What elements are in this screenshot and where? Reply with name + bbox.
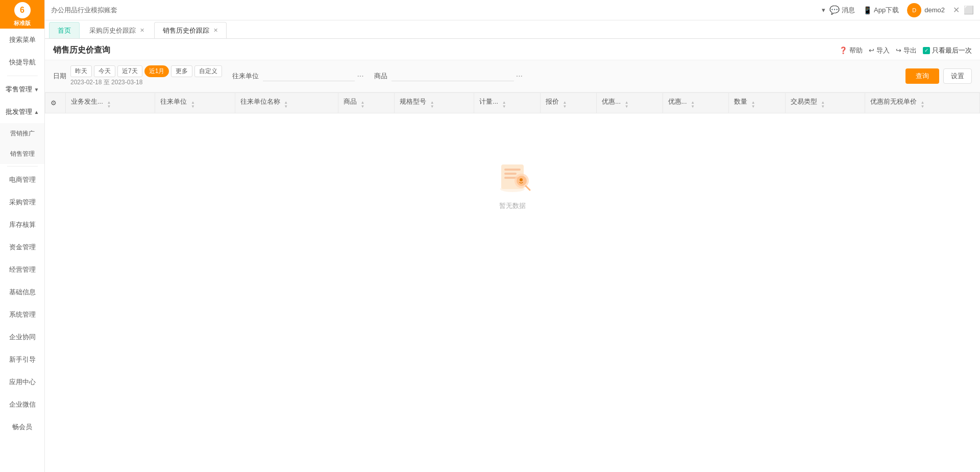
sort-quantity: ▲▼: [751, 101, 755, 109]
sort-spec: ▲▼: [430, 101, 434, 109]
tab-bar: 首页 采购历史价跟踪 ✕ 销售历史价跟踪 ✕: [45, 20, 980, 39]
sidebar-item-quick-nav[interactable]: 快捷导航: [0, 51, 45, 74]
table-head: ⚙ 业务发生... ▲▼ 往来单位 ▲▼ 往来单位名称 ▲▼: [45, 93, 980, 113]
partner-dots[interactable]: ···: [357, 72, 363, 81]
settings-button[interactable]: 设置: [943, 68, 972, 84]
page-title: 销售历史价查询: [53, 45, 110, 56]
date-btn-custom[interactable]: 自定义: [194, 65, 222, 77]
topbar-title: 办公用品行业模拟账套: [51, 6, 818, 15]
export-btn[interactable]: ↪ 导出: [896, 46, 917, 55]
divider2: [7, 166, 38, 167]
col-settings: ⚙: [45, 93, 66, 113]
user-avatar: D: [907, 3, 921, 17]
col-discount2[interactable]: 优惠... ▲▼: [663, 93, 729, 113]
empty-icon: [492, 154, 533, 195]
col-spec[interactable]: 规格型号 ▲▼: [395, 93, 474, 113]
filter-action-buttons: 查询 设置: [905, 68, 972, 84]
window-controls: ✕ ⬜: [953, 5, 974, 15]
partner-filter-group: 往来单位 ···: [232, 71, 363, 81]
col-partner-code[interactable]: 往来单位 ▲▼: [155, 93, 235, 113]
sidebar-item-purchase-mgmt[interactable]: 采购管理: [0, 191, 45, 214]
data-table: ⚙ 业务发生... ▲▼ 往来单位 ▲▼ 往来单位名称 ▲▼: [45, 92, 980, 113]
col-biz-date[interactable]: 业务发生... ▲▼: [66, 93, 155, 113]
sort-discount1: ▲▼: [625, 101, 629, 109]
dropdown-icon[interactable]: ▾: [822, 6, 825, 14]
tab-home[interactable]: 首页: [49, 22, 80, 38]
sidebar-item-inventory[interactable]: 库存核算: [0, 214, 45, 236]
logo-icon: 6: [14, 2, 31, 18]
sidebar-item-sys-mgmt[interactable]: 系统管理: [0, 303, 45, 326]
message-btn[interactable]: 💬 消息: [829, 5, 855, 15]
sort-partner-name: ▲▼: [284, 101, 288, 109]
col-quantity[interactable]: 数量 ▲▼: [729, 93, 785, 113]
col-unit[interactable]: 计量... ▲▼: [474, 93, 541, 113]
user-menu[interactable]: D demo2: [907, 3, 945, 17]
goods-input[interactable]: [391, 71, 514, 81]
page-content: 销售历史价查询 ❓ 帮助 ↩ 导入 ↪ 导出 ✓ 只: [45, 39, 980, 472]
col-goods[interactable]: 商品 ▲▼: [338, 93, 394, 113]
app-download-btn[interactable]: 📱 App下载: [863, 6, 899, 15]
tab-sales-history-close[interactable]: ✕: [213, 27, 218, 34]
sidebar: 6 标准版 搜索菜单 快捷导航 零售管理 ▼ 批发管理 ▲ 营销推广 销售管理 …: [0, 0, 45, 472]
help-btn[interactable]: ❓ 帮助: [839, 46, 863, 55]
page-header-actions: ❓ 帮助 ↩ 导入 ↪ 导出 ✓ 只看最后一次: [839, 46, 972, 55]
date-btn-more[interactable]: 更多: [171, 65, 192, 77]
sidebar-item-retail-mgmt[interactable]: 零售管理 ▼: [0, 78, 45, 101]
topbar-actions: 💬 消息 📱 App下载 D demo2: [829, 3, 945, 17]
col-discount1[interactable]: 优惠... ▲▼: [597, 93, 663, 113]
sidebar-item-marketing[interactable]: 营销推广: [0, 123, 45, 144]
date-btn-yesterday[interactable]: 昨天: [70, 65, 92, 77]
only-last-checkbox[interactable]: ✓: [923, 47, 930, 54]
retail-mgmt-arrow: ▼: [34, 87, 39, 92]
col-pre-tax-price[interactable]: 优惠前无税单价 ▲▼: [865, 93, 979, 113]
main-area: 办公用品行业模拟账套 ▾ 💬 消息 📱 App下载 D demo2 ✕ ⬜: [45, 0, 980, 472]
phone-icon: 📱: [863, 6, 872, 14]
tab-sales-history[interactable]: 销售历史价跟踪 ✕: [154, 22, 227, 38]
sort-trade-type: ▲▼: [821, 101, 825, 109]
date-btn-today[interactable]: 今天: [94, 65, 115, 77]
sidebar-item-ops-mgmt[interactable]: 经营管理: [0, 258, 45, 281]
sidebar-item-corp-wechat[interactable]: 企业微信: [0, 393, 45, 416]
wholesale-mgmt-arrow: ▲: [34, 109, 39, 115]
date-btn-7days[interactable]: 近7天: [117, 65, 142, 77]
import-icon: ↩: [869, 46, 874, 54]
sidebar-item-ecom-mgmt[interactable]: 电商管理: [0, 169, 45, 191]
sidebar-item-finance-mgmt[interactable]: 资金管理: [0, 236, 45, 258]
col-quote-price[interactable]: 报价 ▲▼: [540, 93, 596, 113]
sidebar-item-corp-collab[interactable]: 企业协同: [0, 326, 45, 348]
close-window-icon[interactable]: ✕: [953, 5, 960, 15]
sort-unit: ▲▼: [502, 101, 506, 109]
sidebar-item-new-guide[interactable]: 新手引导: [0, 348, 45, 371]
wholesale-submenu: 营销推广 销售管理: [0, 123, 45, 164]
col-partner-name[interactable]: 往来单位名称 ▲▼: [235, 93, 338, 113]
filter-bar: 日期 昨天 今天 近7天 近1月 更多 自定义 2023-02-18 至 202…: [45, 60, 980, 92]
goods-dots[interactable]: ···: [516, 72, 523, 81]
svg-line-7: [526, 186, 530, 190]
svg-rect-3: [504, 173, 517, 175]
col-trade-type[interactable]: 交易类型 ▲▼: [785, 93, 865, 113]
app-logo: 6 标准版: [0, 0, 45, 29]
maximize-icon[interactable]: ⬜: [964, 5, 974, 15]
goods-filter-group: 商品 ···: [374, 71, 523, 81]
tab-purchase-history-close[interactable]: ✕: [140, 27, 144, 34]
tab-purchase-history[interactable]: 采购历史价跟踪 ✕: [81, 22, 153, 38]
date-btn-1month[interactable]: 近1月: [144, 65, 169, 77]
import-btn[interactable]: ↩ 导入: [869, 46, 890, 55]
sidebar-item-sales-mgmt[interactable]: 销售管理: [0, 144, 45, 164]
sidebar-item-search-menu[interactable]: 搜索菜单: [0, 29, 45, 51]
partner-input[interactable]: [263, 71, 355, 81]
sort-discount2: ▲▼: [691, 101, 695, 109]
sidebar-item-wholesale-mgmt[interactable]: 批发管理 ▲: [0, 101, 45, 123]
goods-label: 商品: [374, 72, 387, 81]
sidebar-item-basic-info[interactable]: 基础信息: [0, 281, 45, 303]
only-last-checkbox-wrapper[interactable]: ✓ 只看最后一次: [923, 46, 972, 55]
export-icon: ↪: [896, 46, 901, 54]
message-icon: 💬: [829, 5, 840, 15]
partner-label: 往来单位: [232, 72, 259, 81]
user-name: demo2: [924, 6, 945, 14]
settings-icon[interactable]: ⚙: [51, 99, 57, 107]
topbar: 办公用品行业模拟账套 ▾ 💬 消息 📱 App下载 D demo2 ✕ ⬜: [45, 0, 980, 20]
sidebar-item-app-center[interactable]: 应用中心: [0, 371, 45, 393]
search-button[interactable]: 查询: [905, 68, 939, 84]
sidebar-item-vip-member[interactable]: 畅会员: [0, 416, 45, 438]
